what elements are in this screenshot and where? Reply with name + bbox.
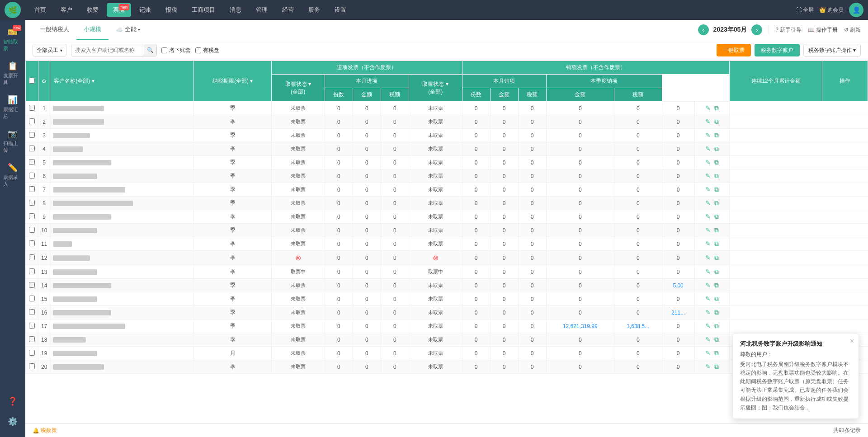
row-checkbox[interactable] <box>29 118 35 124</box>
edit-icon[interactable]: ✎ <box>705 118 711 125</box>
sidebar-item-smart-fetch[interactable]: new 🎫 智能取票 <box>1 23 24 56</box>
edit-icon[interactable]: ✎ <box>705 282 711 289</box>
edit-icon[interactable]: ✎ <box>705 159 711 166</box>
edit-icon[interactable]: ✎ <box>705 363 711 370</box>
col-client-name[interactable]: 客户名称(全部) ▾ <box>50 61 194 102</box>
col-out-status[interactable]: 取票状态 ▾(全部) <box>409 75 462 102</box>
sidebar-item-invoice-entry[interactable]: ✏️ 票据录入 <box>1 159 24 191</box>
select-all-checkbox[interactable] <box>29 78 35 84</box>
row-checkbox[interactable] <box>29 309 35 315</box>
copy-icon[interactable]: ⧉ <box>714 282 719 289</box>
copy-icon[interactable]: ⧉ <box>714 186 719 193</box>
edit-icon[interactable]: ✎ <box>705 309 711 316</box>
copy-icon[interactable]: ⧉ <box>714 268 719 275</box>
nav-fee[interactable]: 收费 <box>80 3 105 17</box>
edit-icon[interactable]: ✎ <box>705 240 711 247</box>
copy-icon[interactable]: ⧉ <box>714 309 719 316</box>
checkbox-has-tax-disk[interactable]: 有税盘 <box>195 47 219 54</box>
nav-customer[interactable]: 客户 <box>54 3 79 17</box>
edit-icon[interactable]: ✎ <box>705 254 711 261</box>
nav-bookkeeping[interactable]: 记账 <box>133 3 157 17</box>
sidebar-item-scan-upload[interactable]: 📷 扫描上传 <box>1 125 24 157</box>
tab-all-capable[interactable]: ☁️ 全能 ▾ <box>108 20 147 40</box>
sidebar-item-invoice-summary[interactable]: 📊 票据汇总 <box>1 91 24 123</box>
row-checkbox[interactable] <box>29 213 35 219</box>
edit-icon[interactable]: ✎ <box>705 295 711 302</box>
copy-icon[interactable]: ⧉ <box>714 145 719 152</box>
copy-icon[interactable]: ⧉ <box>714 172 719 179</box>
col-in-status[interactable]: 取票状态 ▾(全部) <box>271 75 325 102</box>
row-checkbox[interactable] <box>29 227 35 233</box>
nav-operation[interactable]: 经营 <box>276 3 300 17</box>
refresh-link[interactable]: ↺ 刷新 <box>844 26 861 34</box>
copy-icon[interactable]: ⧉ <box>714 254 719 261</box>
nav-tax[interactable]: 报税 <box>159 3 184 17</box>
digital-account-ops-btn[interactable]: 税务数字账户操作 ▾ <box>803 44 861 56</box>
edit-icon[interactable]: ✎ <box>705 186 711 193</box>
nav-settings[interactable]: 设置 <box>328 3 353 17</box>
copy-icon[interactable]: ⧉ <box>714 132 719 139</box>
tax-policy-link[interactable]: 🔔 税政策 <box>33 427 57 434</box>
row-checkbox[interactable] <box>29 173 35 179</box>
one-click-fetch-btn[interactable]: 一键取票 <box>717 44 751 56</box>
copy-icon[interactable]: ⧉ <box>714 213 719 220</box>
search-button[interactable]: 🔍 <box>144 44 156 56</box>
row-checkbox[interactable] <box>29 336 35 342</box>
copy-icon[interactable]: ⧉ <box>714 104 719 112</box>
copy-icon[interactable]: ⧉ <box>714 159 719 166</box>
edit-icon[interactable]: ✎ <box>705 132 711 139</box>
edit-icon[interactable]: ✎ <box>705 268 711 275</box>
nav-service[interactable]: 服务 <box>302 3 326 17</box>
nav-message[interactable]: 消息 <box>223 3 248 17</box>
copy-icon[interactable]: ⧉ <box>714 336 719 343</box>
edit-icon[interactable]: ✎ <box>705 213 711 220</box>
nav-manage[interactable]: 管理 <box>250 3 274 17</box>
row-checkbox[interactable] <box>29 282 35 288</box>
col-tax-period[interactable]: 纳税期限(全部) ▾ <box>194 61 271 102</box>
row-checkbox[interactable] <box>29 240 35 246</box>
edit-icon[interactable]: ✎ <box>705 336 711 343</box>
edit-icon[interactable]: ✎ <box>705 172 711 179</box>
row-checkbox[interactable] <box>29 146 35 151</box>
row-checkbox[interactable] <box>29 363 35 369</box>
nav-business[interactable]: 工商项目 <box>185 3 222 17</box>
sidebar-item-config[interactable]: ⚙️ <box>1 413 24 432</box>
edit-icon[interactable]: ✎ <box>705 104 711 112</box>
sidebar-item-help[interactable]: ❓ <box>1 393 24 411</box>
tab-general-taxpayer[interactable]: 一般纳税人 <box>33 20 76 40</box>
nav-home[interactable]: 首页 <box>28 3 52 17</box>
edit-icon[interactable]: ✎ <box>705 349 711 357</box>
notification-close-btn[interactable]: × <box>850 337 854 345</box>
manual-link[interactable]: 📖 操作手册 <box>808 26 838 34</box>
next-period-btn[interactable]: › <box>751 24 762 35</box>
row-checkbox[interactable] <box>29 296 35 301</box>
row-checkbox[interactable] <box>29 132 35 138</box>
nav-invoice[interactable]: 票据 new <box>107 3 131 17</box>
avatar[interactable]: 👤 <box>849 3 863 17</box>
fullscreen-btn[interactable]: ⛶ 全屏 <box>796 6 814 14</box>
sidebar-item-invoice-open[interactable]: 📋 发票开具 <box>1 57 24 89</box>
edit-icon[interactable]: ✎ <box>705 226 711 234</box>
copy-icon[interactable]: ⧉ <box>714 349 719 357</box>
row-checkbox[interactable] <box>29 105 35 111</box>
row-checkbox[interactable] <box>29 159 35 165</box>
row-checkbox[interactable] <box>29 186 35 192</box>
row-checkbox[interactable] <box>29 323 35 329</box>
checkbox-accounts-under-name[interactable]: 名下账套 <box>161 47 191 54</box>
row-checkbox[interactable] <box>29 254 35 260</box>
copy-icon[interactable]: ⧉ <box>714 240 719 247</box>
search-input[interactable] <box>71 44 144 56</box>
new-guide-link[interactable]: ? 新手引导 <box>775 26 802 34</box>
row-checkbox[interactable] <box>29 268 35 274</box>
copy-icon[interactable]: ⧉ <box>714 363 719 370</box>
checkbox-accounts[interactable] <box>161 47 167 53</box>
employee-select[interactable]: 全部员工 ▾ <box>33 44 66 56</box>
tab-small-scale[interactable]: 小规模 <box>76 20 108 40</box>
copy-icon[interactable]: ⧉ <box>714 199 719 207</box>
settings-col-icon[interactable]: ⚙ <box>42 78 47 85</box>
copy-icon[interactable]: ⧉ <box>714 295 719 302</box>
digital-account-btn[interactable]: 税务数字账户 <box>755 44 800 56</box>
copy-icon[interactable]: ⧉ <box>714 322 719 329</box>
copy-icon[interactable]: ⧉ <box>714 118 719 125</box>
copy-icon[interactable]: ⧉ <box>714 226 719 234</box>
